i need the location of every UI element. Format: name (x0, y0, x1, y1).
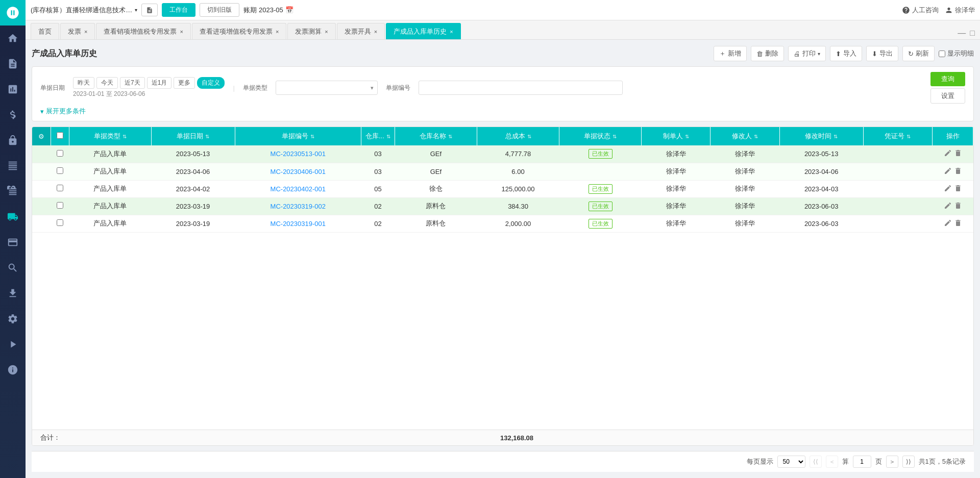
print-btn[interactable]: 🖨 打印 ▾ (788, 46, 826, 61)
edit-btn[interactable] (944, 167, 952, 177)
number-input[interactable] (419, 81, 623, 95)
tab-home[interactable]: 首页 (31, 23, 59, 39)
prev-page-btn[interactable]: ＜ (826, 456, 838, 468)
th-wh-name[interactable]: 仓库名称⇅ (395, 127, 477, 145)
select-all-checkbox[interactable] (57, 132, 63, 139)
next-page-btn[interactable]: ＞ (886, 456, 898, 468)
sidebar-item-box[interactable] (0, 179, 26, 204)
sidebar-item-download[interactable] (0, 281, 26, 306)
tab-purchase-vat[interactable]: 查看进项增值税专用发票 × (192, 23, 286, 39)
sidebar-item-search[interactable] (0, 255, 26, 281)
sidebar-item-invoice[interactable] (0, 230, 26, 255)
td-checkbox[interactable] (51, 145, 69, 163)
delete-row-btn[interactable] (954, 202, 962, 211)
import-btn[interactable]: ⬆ 导入 (830, 46, 862, 61)
date-btn-today[interactable]: 今天 (96, 77, 118, 89)
workbench-btn[interactable]: 工作台 (162, 3, 195, 17)
sidebar-item-warehouse[interactable] (0, 204, 26, 230)
doc-btn[interactable] (141, 4, 158, 16)
expand-filter-btn[interactable]: ▾ 展开更多条件 (40, 107, 965, 116)
tab-invoice-open-close[interactable]: × (374, 29, 377, 35)
th-settings[interactable]: ⚙ (32, 127, 51, 145)
td-number[interactable]: MC-20230402-001 (235, 180, 361, 197)
sidebar-item-doc[interactable] (0, 51, 26, 77)
row-checkbox[interactable] (57, 167, 63, 174)
edit-btn[interactable] (944, 149, 952, 159)
th-checkbox[interactable] (51, 127, 69, 145)
sidebar-item-play[interactable] (0, 332, 26, 357)
row-checkbox[interactable] (57, 185, 63, 191)
tab-invoice-open[interactable]: 发票开具 × (337, 23, 385, 39)
th-wh-code[interactable]: 仓库...⇅ (361, 127, 395, 145)
date-btn-more[interactable]: 更多 (174, 77, 195, 89)
type-select-wrapper[interactable] (276, 81, 378, 95)
show-detail-checkbox[interactable] (939, 51, 945, 57)
edit-btn[interactable] (944, 202, 952, 211)
sidebar-item-table[interactable] (0, 153, 26, 179)
td-number[interactable]: MC-20230513-001 (235, 145, 361, 163)
tab-sales-vat[interactable]: 查看销项增值税专用发票 × (96, 23, 190, 39)
tab-invoice-close[interactable]: × (84, 29, 87, 35)
type-select[interactable] (276, 81, 378, 95)
th-number[interactable]: 单据编号⇅ (235, 127, 361, 145)
switch-old-btn[interactable]: 切到旧版 (200, 3, 239, 17)
delete-row-btn[interactable] (954, 219, 962, 229)
delete-btn[interactable]: 🗑 删除 (751, 46, 784, 61)
delete-row-btn[interactable] (954, 167, 962, 177)
period-selector[interactable]: 账期 2023-05 📅 (243, 6, 293, 15)
support-btn[interactable]: 人工咨询 (902, 6, 939, 15)
show-detail-toggle[interactable]: 显示明细 (939, 49, 974, 58)
th-modifier[interactable]: 修改人⇅ (710, 127, 779, 145)
row-checkbox[interactable] (57, 219, 63, 226)
sidebar-item-lock[interactable] (0, 128, 26, 153)
tab-restore-btn[interactable]: — (958, 29, 966, 38)
tab-sales-vat-close[interactable]: × (180, 29, 183, 35)
new-btn[interactable]: ＋ 新增 (714, 46, 747, 61)
date-btn-custom[interactable]: 自定义 (197, 77, 225, 89)
th-date[interactable]: 单据日期⇅ (151, 127, 235, 145)
sidebar-item-chart[interactable] (0, 77, 26, 102)
date-btn-yesterday[interactable]: 昨天 (73, 77, 94, 89)
td-number[interactable]: MC-20230406-001 (235, 163, 361, 180)
row-checkbox[interactable] (57, 202, 63, 209)
tab-invoice-calc[interactable]: 发票测算 × (287, 23, 335, 39)
edit-btn[interactable] (944, 184, 952, 194)
setting-btn[interactable]: 设置 (930, 88, 965, 104)
th-status[interactable]: 单据状态⇅ (559, 127, 642, 145)
th-voucher[interactable]: 凭证号⇅ (863, 127, 932, 145)
export-btn[interactable]: ⬇ 导出 (866, 46, 898, 61)
td-checkbox[interactable] (51, 180, 69, 197)
refresh-btn[interactable]: ↻ 刷新 (902, 46, 935, 61)
last-page-btn[interactable]: ⟩⟩ (902, 456, 915, 468)
tab-warehouse-history-close[interactable]: × (450, 29, 453, 35)
sidebar-item-settings[interactable] (0, 306, 26, 332)
th-creator[interactable]: 制单人⇅ (642, 127, 710, 145)
tab-maximize-btn[interactable]: □ (970, 29, 975, 38)
td-checkbox[interactable] (51, 215, 69, 232)
sidebar-item-home[interactable] (0, 26, 26, 51)
edit-btn[interactable] (944, 219, 952, 229)
delete-row-btn[interactable] (954, 184, 962, 194)
td-checkbox[interactable] (51, 163, 69, 180)
th-cost[interactable]: 总成本⇅ (477, 127, 559, 145)
td-checkbox[interactable] (51, 197, 69, 215)
td-number[interactable]: MC-20230319-001 (235, 215, 361, 232)
th-type[interactable]: 单据类型⇅ (69, 127, 151, 145)
first-page-btn[interactable]: ⟨⟨ (810, 456, 822, 468)
delete-row-btn[interactable] (954, 149, 962, 159)
page-input[interactable] (853, 456, 871, 468)
tab-warehouse-history[interactable]: 产成品入库单历史 × (386, 23, 460, 39)
sidebar-item-money[interactable] (0, 102, 26, 128)
page-size-select[interactable]: 50 20 100 (777, 456, 805, 468)
th-modify-time[interactable]: 修改时间⇅ (779, 127, 863, 145)
tab-purchase-vat-close[interactable]: × (276, 29, 279, 35)
row-checkbox[interactable] (57, 150, 63, 157)
query-btn[interactable]: 查询 (930, 72, 965, 86)
sidebar-item-version[interactable] (0, 357, 26, 383)
td-number[interactable]: MC-20230319-002 (235, 197, 361, 215)
company-selector[interactable]: (库存核算）直播轻绑通信息技术股份... ▾ (31, 6, 137, 15)
tab-invoice-calc-close[interactable]: × (325, 29, 328, 35)
user-avatar-area[interactable]: 徐泽华 (945, 6, 975, 15)
date-btn-7days[interactable]: 近7天 (120, 77, 145, 89)
date-btn-1month[interactable]: 近1月 (147, 77, 172, 89)
